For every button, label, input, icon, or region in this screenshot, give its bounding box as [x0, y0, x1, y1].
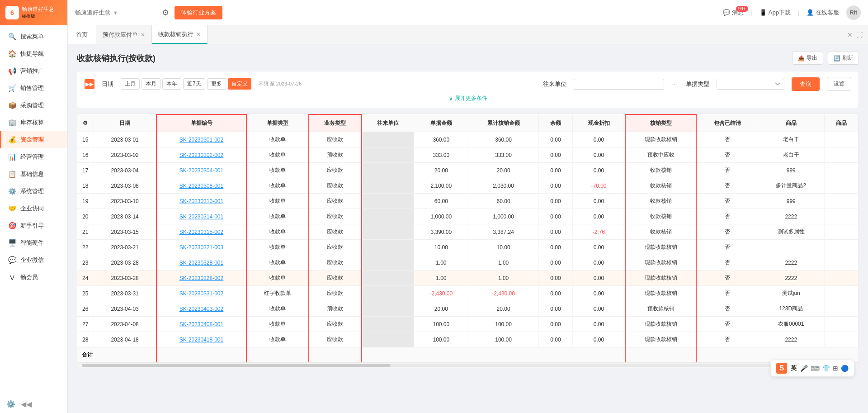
col-header-doc-no[interactable]: 单据编号 [156, 114, 247, 132]
sidebar-item-marketing[interactable]: 📢 营销推广 [0, 62, 67, 80]
solution-button[interactable]: 体验行业方案 [175, 6, 222, 19]
table-row: 232023-03-28SK-20230328-001收款单应收款████1.0… [77, 255, 859, 271]
topbar-online-service[interactable]: 👤 在线客服 [807, 9, 839, 17]
tabbar-close-icon[interactable]: ✕ [847, 31, 853, 38]
col-header-balance[interactable]: 余额 [538, 114, 572, 132]
table-cell: 否 [696, 286, 758, 301]
doc-no-cell[interactable]: SK-20230304-001 [156, 163, 247, 178]
chevron-down-icon: ∨ [449, 95, 453, 102]
tab-collection-close[interactable]: ✕ [196, 31, 201, 38]
table-cell: 0.00 [573, 209, 625, 224]
hardware-icon: 🖥️ [8, 239, 17, 247]
sidebar-item-finance[interactable]: 💰 资金管理 [0, 131, 67, 148]
sidebar-item-enterprise[interactable]: 🤝 企业协同 [0, 200, 67, 217]
doc-no-cell[interactable]: SK-20230408-001 [156, 317, 247, 332]
table-cell: 否 [696, 271, 758, 286]
table-cell [824, 224, 858, 240]
col-header-gear[interactable]: ⚙ [77, 114, 94, 132]
col-header-incl-clear[interactable]: 包含已结清 [696, 114, 758, 132]
topbar-app-download[interactable]: 📱 App下载 [760, 9, 791, 17]
date-btn-last-month[interactable]: 上月 [121, 78, 140, 90]
doc-no-cell[interactable]: SK-20230328-001 [156, 255, 247, 271]
sidebar-item-purchase[interactable]: 📦 采购管理 [0, 97, 67, 114]
date-btn-7days[interactable]: 近7天 [183, 78, 205, 90]
doc-no-cell[interactable]: SK-20230328-002 [156, 271, 247, 286]
date-btn-this-year[interactable]: 本年 [162, 78, 181, 90]
sidebar-item-system[interactable]: ⚙️ 系统管理 [0, 183, 67, 200]
table-cell: 0.00 [538, 224, 572, 240]
col-header-cancel-type[interactable]: 核销类型 [625, 114, 696, 132]
counterpart-input[interactable] [574, 79, 664, 90]
doc-no-cell[interactable]: SK-20230418-001 [156, 332, 247, 347]
col-header-product[interactable]: 商品 [758, 114, 824, 132]
doc-no-cell[interactable]: SK-20230308-001 [156, 178, 247, 194]
sidebar-item-sales[interactable]: 🛒 销售管理 [0, 80, 67, 97]
horizontal-scrollbar[interactable] [77, 362, 859, 368]
doc-no-cell[interactable]: SK-20230403-002 [156, 301, 247, 317]
refresh-button[interactable]: 🔄 刷新 [828, 52, 859, 65]
col-header-product2[interactable]: 商品 [824, 114, 858, 132]
voucher-type-select[interactable] [717, 79, 784, 90]
tab-collection[interactable]: 收款核销执行 ✕ [152, 25, 208, 44]
user-avatar[interactable]: Rit [846, 5, 861, 20]
filter-settings-button[interactable]: 设置 [827, 77, 851, 91]
topbar-messages[interactable]: 💬 消息 99+ [723, 9, 744, 17]
doc-no-cell[interactable]: SK-20230315-002 [156, 224, 247, 240]
table-cell: 0.00 [538, 163, 572, 178]
doc-no-cell[interactable]: SK-20230314-001 [156, 209, 247, 224]
scrollbar-thumb[interactable] [82, 364, 391, 367]
date-btn-custom[interactable]: 自定义 [228, 78, 251, 90]
tab-prepay-label: 预付款应付单 [103, 31, 138, 39]
doc-no-cell[interactable]: SK-20230310-001 [156, 194, 247, 209]
sidebar-item-inventory[interactable]: 🏢 库存核算 [0, 114, 67, 131]
shirt-icon[interactable]: 👕 [822, 365, 830, 372]
col-header-biz-type[interactable]: 业务类型 [309, 114, 362, 132]
query-button[interactable]: 查询 [792, 77, 820, 91]
grid-icon[interactable]: ⊞ [833, 365, 838, 372]
extra-icon[interactable]: 🔵 [841, 365, 849, 372]
topbar-dropdown-icon[interactable]: ▼ [113, 10, 118, 15]
col-header-amount[interactable]: 单据金额 [414, 114, 468, 132]
table-cell: ████ [362, 317, 414, 332]
keyboard-icon[interactable]: ⌨ [811, 365, 820, 372]
table-cell: 收款单 [246, 178, 308, 194]
topbar-gear-icon[interactable]: ⚙ [162, 8, 169, 18]
message-badge: 99+ [736, 6, 748, 12]
sidebar-item-wecom[interactable]: 💬 企业微信 [0, 252, 67, 269]
tab-prepay[interactable]: 预付款应付单 ✕ [96, 25, 152, 44]
doc-no-cell[interactable]: SK-20230302-002 [156, 147, 247, 163]
doc-no-cell[interactable]: SK-20230331-002 [156, 286, 247, 301]
filter-toggle-button[interactable]: ▶▶ [85, 79, 94, 89]
sidebar-item-member[interactable]: V 畅会员 [0, 269, 67, 286]
tab-home[interactable]: 首页 [68, 25, 96, 44]
settings-icon[interactable]: ⚙️ [6, 400, 15, 408]
table-row: 222023-03-21SK-20230321-003收款单应收款████10.… [77, 240, 859, 255]
date-btn-this-month[interactable]: 本月 [142, 78, 160, 90]
table-cell: 否 [696, 255, 758, 271]
col-header-cum-cancel[interactable]: 累计核销金额 [468, 114, 539, 132]
sidebar-item-operations[interactable]: 📊 经营管理 [0, 148, 67, 166]
col-header-cash-disc[interactable]: 现金折扣 [573, 114, 625, 132]
doc-no-cell[interactable]: SK-20230301-002 [156, 132, 247, 147]
mic-icon[interactable]: 🎤 [800, 365, 808, 372]
export-button[interactable]: 📤 导出 [792, 52, 823, 65]
table-cell: 0.00 [573, 301, 625, 317]
tab-prepay-close[interactable]: ✕ [141, 32, 145, 38]
table-cell: 20.00 [468, 163, 539, 178]
sidebar-item-guide[interactable]: 🎯 新手引导 [0, 217, 67, 234]
sidebar-item-search[interactable]: 🔍 搜索菜单 [0, 28, 67, 45]
filter-dots: ··· [671, 81, 679, 87]
table-cell [824, 194, 858, 209]
filter-expand[interactable]: ∨ 展开更多条件 [85, 95, 851, 102]
doc-no-cell[interactable]: SK-20230321-003 [156, 240, 247, 255]
collapse-icon[interactable]: ◀◀ [21, 400, 32, 408]
col-header-date[interactable]: 日期 [94, 114, 156, 132]
table-cell: 预收中应收 [625, 147, 696, 163]
tabbar-fullscreen-icon[interactable]: ⛶ [856, 31, 863, 38]
col-header-counterpart[interactable]: 往来单位 [362, 114, 414, 132]
sidebar-item-quicknav[interactable]: 🏠 快捷导航 [0, 45, 67, 62]
col-header-doc-type[interactable]: 单据类型 [246, 114, 308, 132]
sidebar-item-basics[interactable]: 📋 基础信息 [0, 166, 67, 183]
date-btn-more[interactable]: 更多 [207, 78, 226, 90]
sidebar-item-hardware[interactable]: 🖥️ 智能硬件 [0, 234, 67, 252]
